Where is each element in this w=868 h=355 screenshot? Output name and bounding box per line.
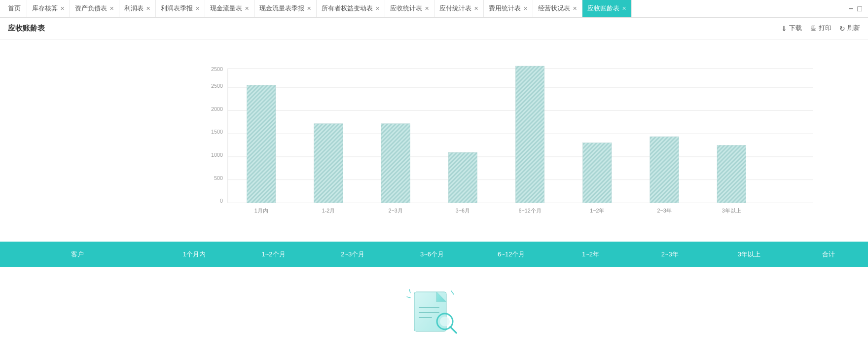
tab-label-2: 利润表 — [124, 4, 144, 13]
tab-close-1[interactable]: ✕ — [109, 5, 114, 12]
tab-close-9[interactable]: ✕ — [523, 5, 528, 12]
tab-item-4[interactable]: 现金流量表 ✕ — [205, 0, 254, 18]
main-content: 0 500 1000 1500 2000 2500 2500 — [0, 39, 868, 355]
refresh-button[interactable]: ↻ 刷新 — [839, 24, 860, 33]
page-title: 应收账龄表 — [8, 24, 45, 33]
refresh-icon: ↻ — [839, 25, 845, 33]
tab-label-6: 所有者权益变动表 — [322, 4, 373, 13]
tab-item-8[interactable]: 应付统计表 ✕ — [434, 0, 484, 18]
col-header-m3-6: 3~6个月 — [393, 250, 472, 259]
tab-close-2[interactable]: ✕ — [146, 5, 150, 12]
svg-text:1000: 1000 — [211, 152, 223, 158]
svg-text:500: 500 — [214, 175, 223, 181]
svg-text:2500: 2500 — [211, 66, 223, 72]
svg-rect-23 — [583, 143, 612, 203]
svg-rect-25 — [717, 145, 746, 203]
svg-rect-20 — [381, 124, 410, 203]
tab-home[interactable]: 首页 — [2, 0, 27, 18]
svg-text:1500: 1500 — [211, 129, 223, 135]
maximize-icon[interactable]: □ — [857, 4, 862, 13]
tab-close-0[interactable]: ✕ — [60, 5, 65, 12]
download-label: 下载 — [789, 24, 802, 33]
tab-item-5[interactable]: 现金流量表季报 ✕ — [254, 0, 317, 18]
svg-rect-21 — [448, 152, 477, 203]
tab-label-7: 应收统计表 — [390, 4, 422, 13]
svg-text:6~12个月: 6~12个月 — [519, 208, 542, 213]
svg-text:0: 0 — [220, 198, 223, 204]
tab-close-6[interactable]: ✕ — [375, 5, 380, 12]
svg-text:2~3年: 2~3年 — [657, 208, 671, 213]
svg-point-39 — [440, 317, 450, 326]
svg-text:1-2月: 1-2月 — [322, 208, 335, 213]
refresh-label: 刷新 — [847, 24, 860, 33]
tab-bar: 首页 库存核算 ✕ 资产负债表 ✕ 利润表 ✕ 利润表季报 ✕ 现金流量表 ✕ … — [0, 0, 868, 18]
tab-bar-actions: − □ — [845, 4, 866, 13]
chart-area: 0 500 1000 1500 2000 2500 2500 — [0, 39, 868, 242]
tab-item-6[interactable]: 所有者权益变动表 ✕ — [317, 0, 385, 18]
header-actions: ⇓ 下载 🖶 打印 ↻ 刷新 — [781, 24, 860, 33]
svg-text:2~3月: 2~3月 — [389, 208, 403, 213]
tab-item-2[interactable]: 利润表 ✕ — [119, 0, 156, 18]
tab-close-5[interactable]: ✕ — [307, 5, 311, 12]
tab-close-11[interactable]: ✕ — [622, 5, 626, 12]
tab-label-9: 费用统计表 — [489, 4, 521, 13]
col-header-m2-3: 2~3个月 — [313, 250, 393, 259]
tab-label-0: 库存核算 — [32, 4, 58, 13]
table-body — [0, 267, 868, 355]
page-header: 应收账龄表 ⇓ 下载 🖶 打印 ↻ 刷新 — [0, 18, 868, 39]
print-label: 打印 — [819, 24, 832, 33]
svg-line-43 — [451, 291, 454, 294]
tab-close-4[interactable]: ✕ — [245, 5, 249, 12]
minimize-icon[interactable]: − — [849, 4, 853, 13]
col-header-m6-12: 6~12个月 — [471, 250, 551, 259]
svg-text:3年以上: 3年以上 — [722, 208, 741, 213]
table-header: 客户 1个月内 1~2个月 2~3个月 3~6个月 6~12个月 1~2年 2~… — [0, 242, 868, 267]
tab-item-9[interactable]: 费用统计表 ✕ — [484, 0, 533, 18]
svg-text:2000: 2000 — [211, 106, 223, 112]
download-button[interactable]: ⇓ 下载 — [781, 24, 802, 33]
tab-item-11[interactable]: 应收账龄表 ✕ — [582, 0, 632, 18]
tab-item-7[interactable]: 应收统计表 ✕ — [385, 0, 434, 18]
svg-line-41 — [409, 289, 410, 293]
svg-rect-19 — [314, 124, 343, 203]
download-icon: ⇓ — [781, 25, 787, 33]
print-button[interactable]: 🖶 打印 — [810, 24, 832, 33]
col-header-m1-2: 1~2个月 — [234, 250, 313, 259]
svg-text:3~6月: 3~6月 — [456, 208, 470, 213]
tab-close-8[interactable]: ✕ — [474, 5, 478, 12]
tab-item-0[interactable]: 库存核算 ✕ — [27, 0, 70, 18]
tab-label-11: 应收账龄表 — [587, 4, 619, 13]
tab-close-7[interactable]: ✕ — [425, 5, 429, 12]
bar-chart: 0 500 1000 1500 2000 2500 2500 — [20, 49, 848, 227]
tab-close-3[interactable]: ✕ — [195, 5, 200, 12]
svg-text:1~2年: 1~2年 — [590, 208, 604, 213]
tab-item-3[interactable]: 利润表季报 ✕ — [156, 0, 205, 18]
svg-text:1月内: 1月内 — [254, 208, 268, 213]
svg-rect-24 — [650, 137, 679, 203]
svg-text:2500: 2500 — [211, 83, 223, 89]
svg-line-40 — [450, 327, 456, 333]
tab-label-3: 利润表季报 — [161, 4, 193, 13]
tab-item-10[interactable]: 经营状况表 ✕ — [533, 0, 582, 18]
col-header-total: 合计 — [789, 250, 868, 259]
col-header-y3plus: 3年以上 — [710, 250, 789, 259]
empty-state — [404, 277, 464, 346]
col-header-m1: 1个月内 — [154, 250, 234, 259]
tab-close-10[interactable]: ✕ — [573, 5, 577, 12]
print-icon: 🖶 — [810, 25, 817, 33]
tab-label-8: 应付统计表 — [439, 4, 471, 13]
svg-rect-18 — [247, 85, 276, 203]
tab-label-1: 资产负债表 — [75, 4, 107, 13]
tab-item-1[interactable]: 资产负债表 ✕ — [70, 0, 119, 18]
svg-rect-22 — [515, 66, 544, 203]
col-header-y2-3: 2~3年 — [630, 250, 710, 259]
empty-icon — [404, 287, 464, 336]
svg-line-42 — [407, 297, 410, 298]
tab-label-5: 现金流量表季报 — [259, 4, 304, 13]
tab-label-4: 现金流量表 — [210, 4, 242, 13]
col-header-customer: 客户 — [0, 250, 154, 259]
col-header-y1-2: 1~2年 — [551, 250, 630, 259]
tab-label-10: 经营状况表 — [538, 4, 570, 13]
